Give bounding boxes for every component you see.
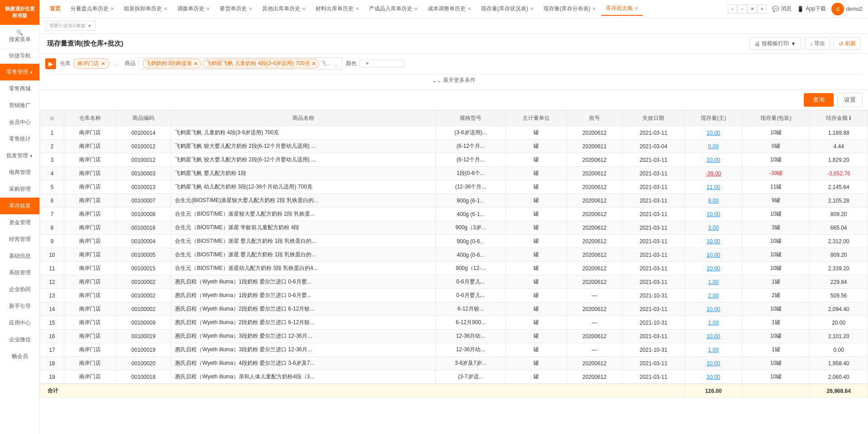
row-batch: 20200612 [566,302,622,316]
row-qty-main[interactable]: 9.00 [684,194,742,208]
refresh-btn[interactable]: ↺ 刷新 [834,38,861,50]
footer-amount: 26,968.64 [810,384,868,398]
tab-close-icon5[interactable]: ✕ [302,6,306,11]
row-qty-main[interactable]: 10.00 [684,330,742,343]
col-settings[interactable]: ⚙ [40,111,64,126]
tab-material-outbound[interactable]: 材料出库单历史 ✕ [311,2,363,15]
query-btn[interactable]: 查询 [804,93,834,107]
row-qty-main[interactable]: 10.00 [684,302,742,316]
account-selector[interactable]: 母婴行业演示账套 ▼ [45,21,96,31]
sidebar-app-center-label: 应用中心 [9,320,31,326]
sidebar-item-member[interactable]: 畅会员 [0,348,39,365]
tab-close-icon7[interactable]: ✕ [414,6,418,11]
filter-bar: ▶ 仓库 南岸门店 ✕ … 商品 飞鹤奶粉3段两提装 ✕ 飞鹤星飞帆 儿童奶粉 [40,54,868,90]
tab-requisition[interactable]: 要货单历史 ✕ [215,2,257,15]
tab-close-icon2[interactable]: ✕ [164,6,167,11]
tab-close-icon9[interactable]: ✕ [530,6,533,11]
tab-inventory-history[interactable]: 分量盘点单历史 ✕ [66,2,118,15]
sidebar-item-new-guide[interactable]: 新手引导 [0,298,39,315]
color-filter-select[interactable]: ▼ [359,60,405,67]
product-filter-more: 飞... [321,60,331,67]
refresh-label: 刷新 [845,40,856,47]
tab-stock-status[interactable]: 现存量(库存状况表) ✕ [476,2,538,15]
nav-arrow-left[interactable]: ‹ [728,5,737,14]
warehouse-remove-icon[interactable]: ✕ [101,61,105,67]
tab-home[interactable]: 首页 [45,2,65,15]
product-tag-2[interactable]: 飞鹤星飞帆 儿童奶粉 4段(3-6岁适用) 700克 ✕ [203,59,319,68]
row-qty-main[interactable]: 10.00 [684,208,742,221]
tab-close-icon6[interactable]: ✕ [355,6,359,11]
row-qty-main[interactable]: 2.00 [684,289,742,302]
product-filter-input[interactable]: 飞鹤奶粉3段两提装 ✕ 飞鹤星飞帆 儿童奶粉 4段(3-6岁适用) 700克 ✕… [138,57,342,70]
product-tag-1[interactable]: 飞鹤奶粉3段两提装 ✕ [142,59,201,68]
filter-expand-btn[interactable]: ▶ [45,58,56,69]
tab-close-icon[interactable]: ✕ [110,6,114,11]
sidebar-item-basic-info[interactable]: 基础信息 [0,248,39,264]
print-template-btn[interactable]: 🖨 按模板打印 ▼ [750,38,801,50]
sidebar-item-purchase[interactable]: 采购管理 [0,181,39,198]
row-code: 00100008 [116,208,171,221]
tab-other-outbound[interactable]: 其他出库单历史 ✕ [258,2,310,15]
sidebar-item-operations[interactable]: 经营管理 [0,231,39,248]
sidebar-item-finance[interactable]: 资金管理 [0,214,39,231]
row-qty-main[interactable]: -39.00 [684,167,742,180]
row-qty-main[interactable]: 11.00 [684,180,742,194]
tab-close-icon10[interactable]: ✕ [592,6,596,11]
sidebar-item-retail-stats[interactable]: 零售统计 [0,131,39,147]
sidebar-quick-nav[interactable]: 快捷导航 [0,48,39,64]
row-qty-main[interactable]: 1.00 [684,343,742,357]
column-settings-icon[interactable]: ⚙ [50,115,55,122]
row-qty-main[interactable]: 10.00 [684,235,742,248]
row-qty-main[interactable]: 3.00 [684,221,742,235]
expand-more-btn[interactable]: ⌄⌄ 展开更多条件 [45,74,863,86]
row-expiry: 2021-03-11 [623,275,684,289]
row-qty-main[interactable]: 1.00 [684,316,742,330]
tab-close-icon4[interactable]: ✕ [249,6,252,11]
tab-transfer[interactable]: 调拨单历史 ✕ [173,2,214,15]
row-qty-main[interactable]: 1.00 [684,275,742,289]
row-qty-main[interactable]: 0.00 [684,140,742,153]
product-tag-1-remove[interactable]: ✕ [193,61,198,67]
row-qty-main[interactable]: 10.00 [684,357,742,370]
tab-close-icon11[interactable]: ✕ [635,6,638,11]
nav-close[interactable]: ✕ [748,5,757,14]
tab-close-icon8[interactable]: ✕ [467,6,471,11]
nav-menu[interactable]: ≡ [758,5,767,14]
user-menu[interactable]: d demo2 [831,3,863,15]
app-download-btn[interactable]: 📱 App下载 [797,5,826,13]
sidebar-item-app-center[interactable]: 应用中心 [0,315,39,331]
sidebar-item-enterprise[interactable]: 企业协同 [0,281,39,298]
sidebar-item-inventory[interactable]: 库存核算 [0,198,39,214]
row-qty-main[interactable]: 10.00 [684,248,742,262]
row-qty-main[interactable]: 10.00 [684,262,742,275]
sidebar-item-sys-mgmt[interactable]: 系统管理 [0,264,39,281]
sidebar-item-marketing[interactable]: 营销推广 [0,97,39,114]
tab-product-inbound[interactable]: 产成品入库单历史 ✕ [364,2,422,15]
sidebar-item-enterprise-wechat[interactable]: 企业微信 [0,331,39,348]
row-qty-main[interactable]: 10.00 [684,370,742,384]
sidebar-item-member-center[interactable]: 会员中心 [0,114,39,131]
warehouse-tag[interactable]: 南岸门店 ✕ [73,58,109,69]
settings-btn[interactable]: 设置 [837,93,863,107]
tab-close-icon3[interactable]: ✕ [206,6,210,11]
sidebar-search[interactable]: 🔍 搜索英单 [0,25,39,48]
sidebar-item-ecommerce[interactable]: 电商管理 [0,164,39,181]
nav-arrow-right[interactable]: › [738,5,747,14]
row-expiry: 2021-03-11 [623,302,684,316]
row-amount: 229.84 [810,275,868,289]
tab-assembly[interactable]: 组装拆卸单历史 ✕ [119,2,172,15]
sidebar-item-wholesale[interactable]: 批发管理 ▼ [0,147,39,164]
sidebar-item-retail-shop[interactable]: 零售商城 [0,80,39,97]
sidebar-search-label: 搜索英单 [9,36,31,42]
row-unit: 罐 [505,316,566,330]
message-btn[interactable]: 💬 消息 [772,5,792,13]
tab-stock-dist[interactable]: 现存量(库存分布表) ✕ [539,2,600,15]
tab-batch-account[interactable]: 库存批次账 ✕ [601,2,643,16]
row-qty-main[interactable]: 10.00 [684,126,742,140]
row-qty-main[interactable]: 10.00 [684,153,742,167]
tab-cost-adjust[interactable]: 成本调整单历史 ✕ [423,2,476,15]
warehouse-more-dots[interactable]: … [112,61,121,67]
sidebar-item-retail-mgmt[interactable]: 零售管理 ▼ [0,64,39,80]
export-btn[interactable]: ↓ 导出 [805,38,830,50]
product-tag-2-remove[interactable]: ✕ [311,61,316,67]
